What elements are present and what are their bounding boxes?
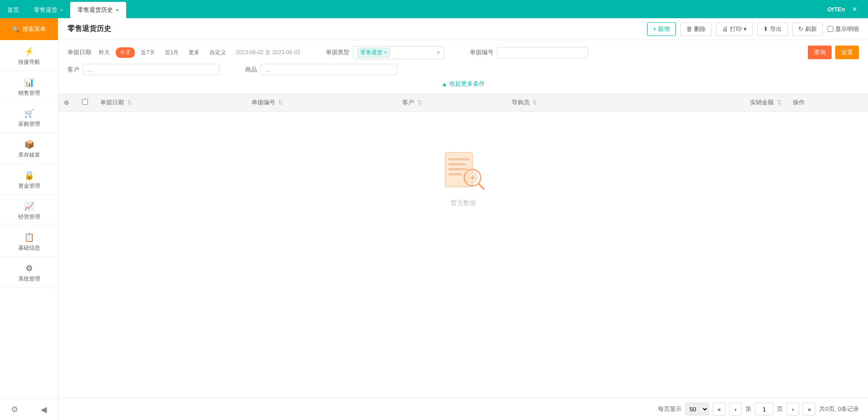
new-button[interactable]: + 新增 (647, 22, 676, 36)
customer-filter-item: 客户 (67, 64, 220, 75)
date-filter-label: 单据日期 (67, 48, 91, 56)
export-button[interactable]: ⬆ 导出 (757, 22, 788, 36)
sidebar-item-quick-nav[interactable]: ⚡ 快捷导航 (0, 40, 58, 71)
doc-no-input[interactable] (497, 47, 588, 58)
collapse-button[interactable]: ▲ 收起更多条件 (442, 80, 485, 88)
refresh-button[interactable]: ↻ 刷新 (792, 22, 823, 36)
doc-type-select[interactable]: 零售退货 × ▾ (353, 46, 444, 59)
th-date: 单据日期 ⇅ (95, 94, 246, 112)
sidebar-search[interactable]: 🔍 搜索菜单 (0, 18, 58, 40)
last-page-button[interactable]: » (803, 403, 816, 415)
table-footer: 每页显示 10 20 50 100 « ‹ 第 页 › » 共0页, 0条记录 (58, 398, 868, 420)
doc-type-filter-item: 单据类型 零售退货 × ▾ (326, 46, 444, 59)
collapse-label: 收起更多条件 (449, 80, 485, 88)
show-detail-checkbox[interactable] (827, 26, 833, 32)
sidebar-item-inventory[interactable]: 📦 库存核算 (0, 133, 58, 164)
doc-type-label: 单据类型 (326, 48, 349, 56)
sidebar-item-operation-mgmt[interactable]: 📈 经营管理 (0, 195, 58, 226)
date-sort-icon[interactable]: ⇅ (127, 99, 132, 106)
header-actions: + 新增 🗑 删除 🖨 打印 ▾ ⬆ 导出 ↻ 刷新 (647, 22, 859, 36)
filter-row-2: 客户 商品 (67, 64, 859, 75)
sidebar-item-label: 库存核算 (18, 151, 40, 159)
tab-close-retail-return[interactable]: × (60, 7, 63, 13)
page-size-select[interactable]: 10 20 50 100 (685, 403, 709, 415)
print-dropdown-icon: ▾ (744, 26, 747, 32)
tab-home[interactable]: 首页 (0, 2, 26, 18)
query-button[interactable]: 查询 (808, 46, 832, 59)
goods-input[interactable] (261, 64, 397, 75)
sidebar-item-label: 采购管理 (18, 120, 40, 128)
doc-type-tag: 零售退货 × (357, 48, 390, 57)
guide-sort-icon[interactable]: ⇅ (532, 99, 537, 106)
doc-type-tag-close[interactable]: × (384, 50, 387, 55)
select-all-checkbox[interactable] (82, 99, 88, 105)
doc-no-filter-item: 单据编号 (470, 47, 588, 58)
sidebar-item-basic-info[interactable]: 📋 基础信息 (0, 226, 58, 257)
data-table: ⚙ 单据日期 ⇅ 单据编号 ⇅ (58, 94, 868, 244)
page-end-label: 页 (777, 405, 783, 413)
th-amount: 实销金额 ⇅ (636, 94, 787, 112)
brand-label: OfTEn (827, 6, 845, 13)
total-text: 共0页, 0条记录 (819, 405, 859, 413)
finance-icon: 🔒 (24, 170, 34, 180)
sidebar-item-label: 销售管理 (18, 89, 40, 97)
page-size-label: 每页显示 (658, 405, 682, 413)
prev-page-button[interactable]: ‹ (729, 403, 742, 415)
page-title: 零售退货历史 (67, 24, 647, 34)
collapse-icon: ▲ (442, 81, 447, 87)
window-close-button[interactable]: × (848, 5, 861, 14)
date-btn-today[interactable]: 今天 (116, 47, 135, 58)
svg-rect-2 (448, 163, 466, 165)
tab-retail-return[interactable]: 零售退货 × (26, 2, 70, 18)
empty-row: 暂无数据 (58, 112, 868, 244)
sidebar-bottom: ⚙ ◀ (0, 399, 58, 420)
svg-line-6 (478, 184, 484, 189)
th-guide: 导购员 ⇅ (506, 94, 637, 112)
sidebar-item-sales-mgmt[interactable]: 📊 销售管理 (0, 71, 58, 102)
page-number-input[interactable] (755, 403, 773, 415)
settings-icon[interactable]: ⚙ (64, 99, 69, 106)
top-bar: 首页 零售退货 × 零售退货历史 × OfTEn × (0, 0, 868, 18)
operation-icon: 📈 (24, 201, 34, 211)
amount-sort-icon[interactable]: ⇅ (777, 99, 782, 106)
show-detail-checkbox-label[interactable]: 显示明细 (827, 25, 859, 33)
tab-retail-return-history[interactable]: 零售退货历史 × (70, 2, 126, 18)
sidebar-item-finance-mgmt[interactable]: 🔒 资金管理 (0, 164, 58, 195)
delete-button[interactable]: 🗑 删除 (680, 22, 712, 36)
quick-nav-icon: ⚡ (24, 46, 34, 56)
sidebar-item-purchase-mgmt[interactable]: 🛒 采购管理 (0, 102, 58, 133)
sales-icon: 📊 (24, 77, 34, 87)
print-button[interactable]: 🖨 打印 ▾ (716, 22, 753, 36)
filter-area: 单据日期 昨天 今天 近7天 近1月 更多 自定义 2023-06-02 至 2… (58, 40, 868, 94)
table-header: ⚙ 单据日期 ⇅ 单据编号 ⇅ (58, 94, 868, 112)
doc-no-sort-icon[interactable]: ⇅ (278, 99, 283, 106)
table-body: 暂无数据 (58, 112, 868, 244)
first-page-button[interactable]: « (713, 403, 725, 415)
customer-input[interactable] (83, 64, 220, 75)
date-btn-last1month[interactable]: 近1月 (161, 47, 183, 58)
goods-label: 商品 (245, 66, 257, 74)
sidebar-settings-button[interactable]: ⚙ (11, 405, 18, 415)
date-btn-last7[interactable]: 近7天 (137, 47, 159, 58)
sidebar-item-label: 快捷导航 (18, 58, 40, 66)
date-btn-more[interactable]: 更多 (185, 47, 204, 58)
sidebar-collapse-button[interactable]: ◀ (41, 405, 47, 415)
settings-button[interactable]: 设置 (835, 46, 859, 59)
print-icon: 🖨 (722, 26, 728, 32)
next-page-button[interactable]: › (786, 403, 799, 415)
tab-close-retail-return-history[interactable]: × (116, 7, 118, 13)
sidebar-search-label: 搜索菜单 (22, 25, 46, 33)
th-checkbox (77, 94, 95, 112)
basic-info-icon: 📋 (24, 232, 34, 242)
inventory-icon: 📦 (24, 139, 34, 149)
sidebar: 🔍 搜索菜单 ⚡ 快捷导航 📊 销售管理 🛒 采购管理 📦 库存核算 🔒 资金管… (0, 18, 58, 420)
date-btn-yesterday[interactable]: 昨天 (95, 47, 114, 58)
doc-no-label: 单据编号 (470, 48, 493, 56)
goods-filter-item: 商品 (245, 64, 397, 75)
date-buttons: 昨天 今天 近7天 近1月 更多 自定义 (95, 47, 230, 58)
date-btn-custom[interactable]: 自定义 (205, 47, 230, 58)
sidebar-item-system-mgmt[interactable]: ⚙ 系统管理 (0, 257, 58, 288)
page-header: 零售退货历史 + 新增 🗑 删除 🖨 打印 ▾ ⬆ 导出 ↻ (58, 18, 868, 40)
empty-illustration (436, 148, 491, 194)
customer-sort-icon[interactable]: ⇅ (417, 99, 422, 106)
